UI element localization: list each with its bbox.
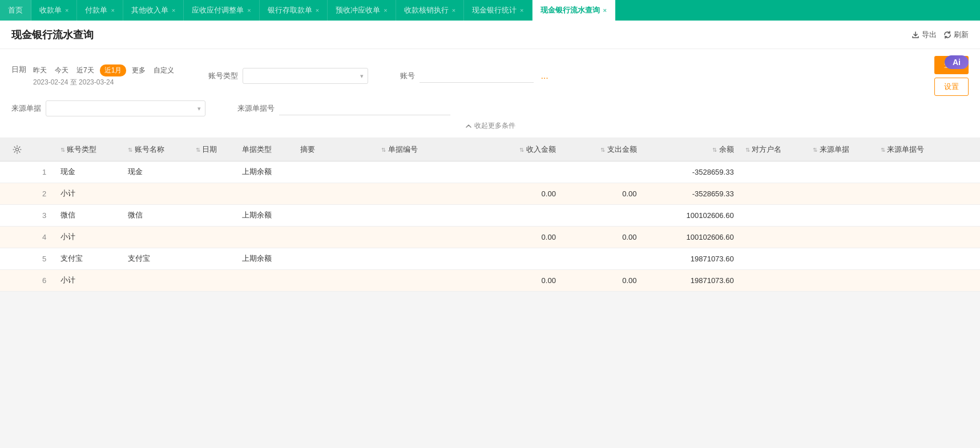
filter-row-1: 日期 昨天 今天 近7天 近1月 更多 自定义 2023-02-24 至 202… [11,56,969,96]
tab-bank-deposit[interactable]: 银行存取款单 × [260,0,328,21]
date-btn-today[interactable]: 今天 [53,64,71,76]
tab-cash-stats[interactable]: 现金银行统计 × [464,0,532,21]
cell-income: 0.00 [481,269,562,291]
source-doc-num-filter: 来源单据号 [237,102,450,115]
source-doc-label: 来源单据 [11,103,41,114]
cell-source-doc-num [875,269,980,291]
cell-source-doc-num [875,161,980,183]
account-type-select[interactable] [243,68,368,84]
source-doc-select[interactable] [46,100,205,116]
header-actions: 导出 刷新 [912,30,969,40]
cell-income [481,248,562,269]
cell-doc-num [376,161,481,183]
cell-source-doc [807,226,875,248]
source-doc-num-label: 来源单据号 [237,103,275,114]
table-container: ⇅ 账号类型 ⇅ 账号名称 ⇅ 日期 单据类型 摘要 ⇅ [0,138,980,292]
cell-actions [0,183,34,204]
cell-counterparty [740,248,808,269]
tab-receipt-verify-label: 收款核销执行 [404,5,449,15]
tab-receipt[interactable]: 收款单 × [31,0,77,21]
tab-receipt-verify[interactable]: 收款核销执行 × [396,0,464,21]
cell-expense: 0.00 [562,226,643,248]
source-doc-select-wrapper [46,100,205,116]
gear-icon[interactable] [11,143,23,156]
tab-receipt-verify-close[interactable]: × [452,7,455,14]
collapse-bar[interactable]: 收起更多条件 [11,119,969,133]
date-btn-yesterday[interactable]: 昨天 [31,64,49,76]
cell-income: 0.00 [481,226,562,248]
tab-home[interactable]: 首页 [0,0,31,21]
th-summary: 摘要 [295,138,376,161]
table-row[interactable]: 5支付宝支付宝上期余额19871073.60 [0,248,980,269]
settings-button[interactable]: 设置 [934,78,969,96]
th-expense: ⇅ 支出金额 [562,138,643,161]
cell-counterparty [740,226,808,248]
cell-doc-type [236,269,295,291]
tab-other-income-close[interactable]: × [172,7,175,14]
cell-date [190,183,237,204]
cell-row-num: 1 [34,161,55,183]
tab-bank-deposit-close[interactable]: × [316,7,319,14]
table-row[interactable]: 6小计0.000.0019871073.60 [0,269,980,291]
cell-doc-num [376,226,481,248]
tab-receipt-close[interactable]: × [65,7,68,14]
account-input[interactable] [420,70,534,83]
date-btn-custom[interactable]: 自定义 [151,64,176,76]
tab-payment-close[interactable]: × [111,7,114,14]
tab-advance-offset[interactable]: 预收冲应收单 × [328,0,396,21]
cell-actions [0,226,34,248]
th-account-type: ⇅ 账号类型 [55,138,123,161]
tab-ar-ap-adjust-close[interactable]: × [247,7,251,14]
date-btn-1month[interactable]: 近1月 [100,64,127,76]
cell-account-name: 现金 [122,161,190,183]
tab-cash-flow[interactable]: 现金银行流水查询 × [533,0,615,21]
account-type-label: 账号类型 [208,71,238,81]
cell-expense [562,161,643,183]
cell-account-name [122,226,190,248]
table-row[interactable]: 1现金现金上期余额-3528659.33 [0,161,980,183]
ai-badge[interactable]: Ai [945,55,969,69]
sort-icon: ⇅ [813,147,817,153]
th-source-doc: ⇅ 来源单据 [807,138,875,161]
top-nav: 首页 收款单 × 付款单 × 其他收入单 × 应收应付调整单 × 银行存取款单 … [0,0,980,21]
cell-income: 0.00 [481,183,562,204]
cell-account-name: 支付宝 [122,248,190,269]
cell-balance: 100102606.60 [643,204,740,226]
tab-payment[interactable]: 付款单 × [77,0,123,21]
cell-balance: -3528659.33 [643,183,740,204]
tab-cash-stats-close[interactable]: × [520,7,523,14]
account-type-select-wrapper [243,68,368,84]
table-row[interactable]: 3微信微信上期余额100102606.60 [0,204,980,226]
cell-account-type: 小计 [55,183,123,204]
cell-source-doc [807,161,875,183]
th-row-num [34,138,55,161]
cell-account-name [122,269,190,291]
table-row[interactable]: 2小计0.000.00-3528659.33 [0,183,980,204]
account-dots-button[interactable]: ... [538,71,550,81]
cell-summary [295,269,376,291]
tab-advance-offset-close[interactable]: × [384,7,387,14]
tab-cash-flow-close[interactable]: × [603,7,607,14]
svg-point-0 [15,148,18,151]
export-icon [912,31,919,39]
th-balance: ⇅ 余额 [643,138,740,161]
cell-doc-num [376,204,481,226]
cell-account-name [122,183,190,204]
cell-balance: -3528659.33 [643,161,740,183]
cell-balance: 100102606.60 [643,226,740,248]
cell-doc-type: 上期余额 [236,204,295,226]
filter-row-2: 来源单据 来源单据号 [11,100,969,116]
cell-expense [562,248,643,269]
cell-doc-num [376,248,481,269]
export-button[interactable]: 导出 [912,30,937,40]
source-doc-num-input[interactable] [279,102,450,115]
account-type-filter: 账号类型 [208,68,368,84]
th-date: ⇅ 日期 [190,138,237,161]
tab-ar-ap-adjust[interactable]: 应收应付调整单 × [184,0,259,21]
date-btn-more[interactable]: 更多 [130,64,148,76]
tab-other-income[interactable]: 其他收入单 × [123,0,184,21]
table-row[interactable]: 4小计0.000.00100102606.60 [0,226,980,248]
refresh-button[interactable]: 刷新 [943,30,969,40]
date-btn-7days[interactable]: 近7天 [74,64,96,76]
th-account-name: ⇅ 账号名称 [122,138,190,161]
